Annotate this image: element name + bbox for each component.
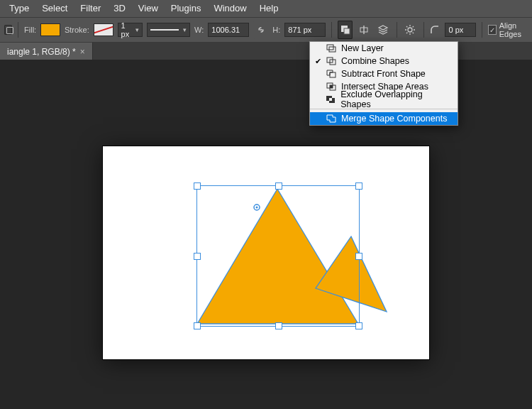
fill-label: Fill:	[24, 26, 36, 34]
subtract-icon	[326, 69, 337, 79]
intersect-icon	[326, 82, 337, 92]
menu-select[interactable]: Select	[35, 0, 74, 17]
menu-item-label: Exclude Overlapping Shapes	[340, 89, 452, 109]
separator	[397, 22, 397, 38]
svg-rect-15	[330, 85, 333, 88]
resize-handle-n[interactable]	[275, 182, 282, 190]
resize-handle-nw[interactable]	[194, 182, 201, 190]
height-label: H:	[272, 26, 280, 34]
corner-radius-icon-button[interactable]	[429, 21, 440, 39]
stroke-width-value: 1 px	[121, 21, 132, 38]
gear-icon	[404, 24, 416, 36]
link-icon	[256, 25, 266, 35]
path-operations-menu: New Layer ✔ Combine Shapes Subtract Fron…	[309, 41, 458, 126]
resize-handle-s[interactable]	[275, 322, 282, 329]
menu-item-new-layer[interactable]: New Layer	[310, 42, 458, 55]
path-alignment-button[interactable]	[357, 21, 372, 39]
resize-handle-ne[interactable]	[355, 182, 362, 190]
svg-rect-12	[330, 72, 336, 77]
stroke-width-dropdown[interactable]: 1 px ▾	[118, 23, 143, 37]
main-menu-bar: Type Select Filter 3D View Plugins Windo…	[0, 0, 532, 17]
stroke-label: Stroke:	[65, 26, 89, 34]
menu-item-label: Combine Shapes	[341, 56, 409, 66]
width-label: W:	[194, 26, 204, 34]
menu-view[interactable]: View	[132, 0, 165, 17]
menu-filter[interactable]: Filter	[74, 0, 107, 17]
exclude-icon	[326, 94, 337, 104]
align-edges-checkbox[interactable]: ✓ Align Edges	[488, 21, 532, 38]
link-wh-button[interactable]	[253, 21, 268, 39]
chevron-down-icon: ▾	[135, 26, 139, 33]
resize-handle-se[interactable]	[355, 322, 362, 329]
path-operations-button[interactable]	[338, 21, 353, 39]
menu-item-label: Merge Shape Components	[341, 114, 447, 124]
align-icon	[358, 24, 370, 36]
chevron-down-icon: ▾	[183, 26, 187, 33]
menu-window[interactable]: Window	[207, 0, 253, 17]
menu-plugins[interactable]: Plugins	[165, 0, 208, 17]
path-arrangement-button[interactable]	[376, 21, 391, 39]
menu-item-label: New Layer	[341, 43, 384, 53]
svg-point-5	[408, 28, 412, 32]
menu-item-subtract-front[interactable]: Subtract Front Shape	[310, 67, 458, 80]
reference-point-icon[interactable]	[253, 203, 261, 212]
new-layer-icon	[326, 43, 337, 53]
height-input[interactable]: 871 px	[284, 23, 326, 37]
close-icon[interactable]: ×	[80, 47, 85, 57]
separator	[482, 22, 482, 38]
menu-item-combine-shapes[interactable]: ✔ Combine Shapes	[310, 55, 458, 67]
combine-icon	[326, 56, 337, 66]
corner-radius-input[interactable]: 0 px	[445, 23, 476, 37]
menu-item-label: Subtract Front Shape	[341, 69, 426, 79]
menu-3d[interactable]: 3D	[107, 0, 132, 17]
path-ops-icon	[340, 24, 351, 36]
resize-handle-e[interactable]	[355, 253, 362, 260]
document-tab[interactable]: iangle 1, RGB/8) * ×	[0, 43, 93, 61]
menu-help[interactable]: Help	[253, 0, 285, 17]
check-mark: ✔	[314, 57, 321, 66]
resize-handle-sw[interactable]	[194, 322, 201, 329]
options-bar: Fill: Stroke: 1 px ▾ ▾ W: 1006.31 H: 871…	[0, 17, 532, 43]
stack-icon	[377, 24, 389, 36]
canvas-container	[103, 146, 429, 359]
stroke-style-dropdown[interactable]: ▾	[147, 23, 190, 37]
svg-rect-18	[329, 98, 332, 101]
svg-rect-2	[344, 28, 350, 34]
svg-point-7	[256, 207, 258, 209]
align-edges-label: Align Edges	[499, 21, 532, 38]
menu-item-merge-shape-components[interactable]: Merge Shape Components	[310, 112, 458, 125]
fill-swatch[interactable]	[40, 23, 60, 36]
separator	[331, 22, 332, 38]
rounded-corner-icon	[429, 24, 440, 36]
merge-icon	[326, 114, 337, 124]
width-input[interactable]: 1006.31	[208, 23, 249, 37]
document-canvas[interactable]	[103, 146, 429, 359]
extra-options-button[interactable]	[403, 21, 418, 39]
resize-handle-w[interactable]	[194, 253, 201, 260]
separator	[18, 22, 18, 38]
document-tab-title: iangle 1, RGB/8) *	[7, 47, 76, 57]
checkbox-icon: ✓	[488, 25, 496, 35]
shape-tool-indicator[interactable]	[4, 25, 12, 35]
menu-item-exclude[interactable]: Exclude Overlapping Shapes	[310, 93, 458, 106]
menu-type[interactable]: Type	[3, 0, 35, 17]
separator	[423, 22, 424, 38]
stroke-swatch[interactable]	[94, 23, 113, 36]
selection-bounding-box[interactable]	[196, 185, 360, 327]
